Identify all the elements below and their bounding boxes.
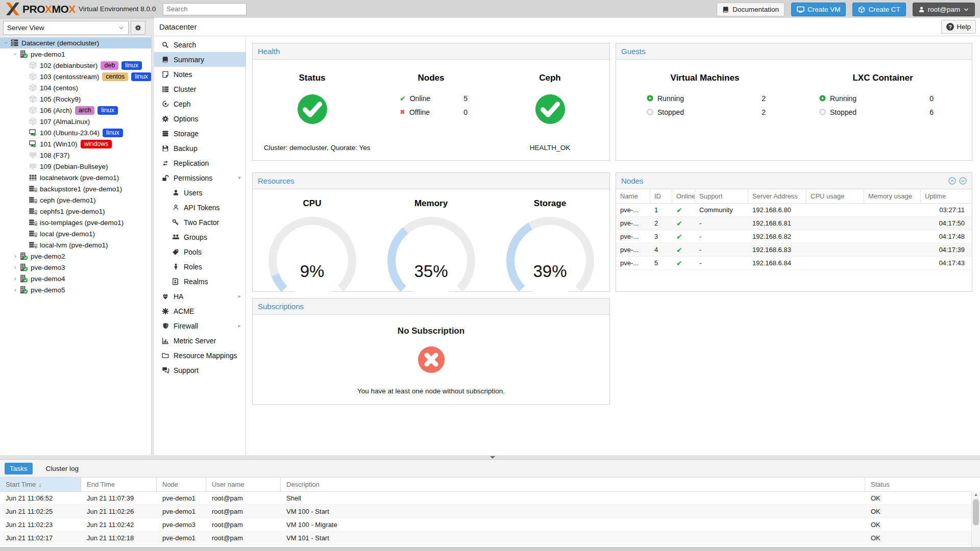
tree-item-104[interactable]: 104 (centos)	[0, 82, 151, 93]
tree-item-local[interactable]: local (pve-demo1)	[0, 228, 151, 239]
menu-item-acme[interactable]: ACME	[154, 304, 246, 318]
column-header[interactable]: Uptime	[921, 189, 970, 203]
tree-settings-button[interactable]	[131, 21, 145, 35]
task-row[interactable]: Jun 21 11:02:17Jun 21 11:02:18pve-demo1r…	[0, 532, 980, 545]
menu-item-ha[interactable]: HA▸	[154, 289, 246, 304]
menu-item-groups[interactable]: Groups	[154, 230, 246, 244]
tab-cluster-log[interactable]: Cluster log	[41, 463, 84, 474]
tree-item-localnetwork[interactable]: localnetwork (pve-demo1)	[0, 172, 151, 183]
tree-item-101[interactable]: 101 (Win10) windows	[0, 138, 151, 149]
container-icon	[29, 61, 37, 69]
tasks-scrollbar[interactable]: ▲	[971, 491, 980, 547]
menu-item-pools[interactable]: Pools	[154, 244, 246, 259]
tree-item-pve-demo1[interactable]: › pve-demo1	[0, 48, 151, 60]
bottom-scrollbar[interactable]	[0, 547, 980, 551]
task-row[interactable]: Jun 21 11:02:25Jun 21 11:02:26pve-demo1r…	[0, 505, 980, 518]
column-header-start-time[interactable]: Start Time↓	[0, 478, 81, 491]
tree-item-iso-templages[interactable]: iso-templages (pve-demo1)	[0, 217, 151, 228]
user-menu-button[interactable]: root@pam	[913, 3, 975, 16]
tree-item-109[interactable]: 109 (Debian-Bullseye)	[0, 161, 151, 172]
column-header[interactable]: Server Address	[748, 189, 806, 203]
tree-item-pve-demo4[interactable]: › pve-demo4	[0, 273, 151, 284]
create-vm-button[interactable]: Create VM	[791, 3, 846, 16]
collapse-up-icon[interactable]	[948, 177, 956, 185]
splitter-handle-icon[interactable]	[490, 456, 495, 459]
tree-item-backupstore1[interactable]: backupstore1 (pve-demo1)	[0, 183, 151, 194]
tree-item-datacenter[interactable]: › Datacenter (democluster)	[0, 37, 151, 48]
menu-item-support[interactable]: Support	[154, 363, 246, 378]
menu-item-cluster[interactable]: Cluster	[154, 82, 246, 96]
view-select[interactable]: Server View	[3, 21, 129, 35]
expander-icon[interactable]: ›	[11, 264, 19, 271]
expand-arrow-icon[interactable]: ▸	[238, 293, 241, 299]
tree-item-ceph[interactable]: ceph (pve-demo1)	[0, 194, 151, 206]
menu-item-notes[interactable]: Notes	[154, 67, 246, 82]
expander-icon[interactable]: ›	[11, 275, 19, 282]
node-row[interactable]: pve-...4 ✔ -192.168.6.83 3% 24% 04:17:39	[616, 243, 972, 257]
expander-icon[interactable]: ›	[3, 39, 10, 47]
tab-tasks[interactable]: Tasks	[5, 463, 33, 474]
menu-item-firewall[interactable]: Firewall▸	[154, 318, 246, 333]
node-row[interactable]: pve-...5 ✔ -192.168.6.84 4% 25% 04:17:43	[616, 257, 972, 270]
tree-item-pve-demo2[interactable]: › pve-demo2	[0, 251, 151, 262]
column-header[interactable]: Status	[865, 478, 980, 491]
column-header[interactable]: Description	[281, 478, 865, 491]
column-header[interactable]: CPU usage	[806, 189, 864, 203]
menu-item-search[interactable]: Search	[154, 37, 246, 52]
menu-item-roles[interactable]: Roles	[154, 259, 246, 274]
task-row[interactable]: Jun 21 11:02:23Jun 21 11:02:42pve-demo3r…	[0, 518, 980, 532]
tree-item-106[interactable]: 106 (Arch) arch linux	[0, 105, 151, 116]
task-row[interactable]: Jun 21 11:06:52Jun 21 11:07:39pve-demo1r…	[0, 492, 980, 505]
tree-item-103[interactable]: 103 (centosstream) centos linux	[0, 71, 151, 82]
menu-item-storage[interactable]: Storage	[154, 126, 246, 141]
expand-arrow-icon[interactable]: ▸	[238, 322, 241, 329]
global-search-input[interactable]	[163, 3, 247, 15]
chevron-down-icon	[963, 7, 969, 13]
column-header[interactable]: Node	[157, 478, 206, 491]
column-header[interactable]: Online	[672, 189, 695, 203]
menu-item-resource-mappings[interactable]: Resource Mappings	[154, 348, 246, 363]
menu-item-realms[interactable]: Realms	[154, 274, 246, 289]
node-row[interactable]: pve-...3 ✔ -192.168.6.82 4% 30% 04:17:48	[616, 230, 972, 243]
menu-item-options[interactable]: Options	[154, 111, 246, 126]
backup-icon	[162, 145, 169, 152]
menu-item-summary[interactable]: Summary	[154, 52, 246, 67]
column-header[interactable]: Memory usage	[864, 189, 921, 203]
help-button[interactable]: ? Help	[941, 20, 976, 34]
node-row[interactable]: pve-...2 ✔ -192.168.6.81 4% 30% 04:17:50	[616, 217, 972, 230]
menu-item-ceph[interactable]: Ceph	[154, 96, 246, 111]
column-header[interactable]: Support	[695, 189, 748, 203]
menu-item-replication[interactable]: Replication	[154, 156, 246, 170]
menu-item-two-factor[interactable]: Two Factor	[154, 215, 246, 230]
column-header[interactable]: User name	[206, 478, 281, 491]
panel-splitter[interactable]	[0, 456, 980, 459]
vm-stopped-icon	[29, 162, 37, 170]
menu-item-api-tokens[interactable]: API Tokens	[154, 200, 246, 215]
column-header[interactable]: ID	[650, 189, 672, 203]
column-header[interactable]: End Time	[81, 478, 157, 491]
tree-item-pve-demo5[interactable]: › pve-demo5	[0, 284, 151, 295]
expander-icon[interactable]: ›	[12, 50, 19, 58]
tree-item-102[interactable]: 102 (debianbuster) deb linux	[0, 60, 151, 71]
tree-item-108[interactable]: 108 (F37)	[0, 149, 151, 161]
expander-icon[interactable]: ›	[11, 253, 19, 260]
tree-item-pve-demo3[interactable]: › pve-demo3	[0, 262, 151, 273]
scroll-up-icon[interactable]: ▲	[972, 491, 980, 498]
menu-item-metric-server[interactable]: Metric Server	[154, 333, 246, 348]
tree-item-100[interactable]: 100 (Ubuntu-23.04) linux	[0, 127, 151, 138]
collapse-down-icon[interactable]	[959, 177, 967, 185]
documentation-button[interactable]: Documentation	[717, 3, 785, 16]
menu-item-permissions[interactable]: Permissions▾	[154, 170, 246, 185]
scrollbar-thumb[interactable]	[973, 499, 979, 525]
menu-item-users[interactable]: Users	[154, 185, 246, 200]
tree-item-local-lvm[interactable]: local-lvm (pve-demo1)	[0, 239, 151, 251]
node-row[interactable]: pve-...1 ✔ Community192.168.6.80 31% 53%…	[616, 204, 972, 217]
tree-item-105[interactable]: 105 (Rocky9)	[0, 93, 151, 105]
create-ct-button[interactable]: Create CT	[852, 3, 905, 16]
expander-icon[interactable]: ›	[11, 286, 19, 293]
column-header[interactable]: Name	[616, 189, 650, 203]
tree-item-cephfs1[interactable]: cephfs1 (pve-demo1)	[0, 206, 151, 217]
tree-item-107[interactable]: 107 (AlmaLinux)	[0, 116, 151, 127]
collapse-arrow-icon[interactable]: ▾	[238, 174, 241, 181]
menu-item-backup[interactable]: Backup	[154, 141, 246, 156]
